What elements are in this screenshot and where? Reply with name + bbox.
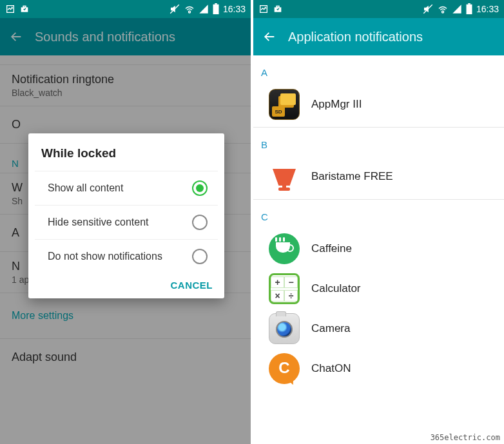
status-clock: 16:33 xyxy=(476,4,499,14)
radio-label: Show all content xyxy=(48,182,123,194)
mute-icon xyxy=(169,3,180,15)
baristame-icon xyxy=(269,161,300,192)
svg-rect-5 xyxy=(215,3,217,5)
caffeine-icon xyxy=(269,233,300,264)
dialog-title: While locked xyxy=(28,133,224,171)
svg-rect-10 xyxy=(466,5,472,14)
screenshot-icon xyxy=(5,4,15,14)
list-item[interactable] xyxy=(0,55,251,65)
list-item-more-settings[interactable]: More settings xyxy=(0,293,251,339)
app-row-caffeine[interactable]: Caffeine xyxy=(253,229,504,269)
app-row-baristame[interactable]: Baristame FREE xyxy=(253,157,504,197)
list-item-title: Notification ringtone xyxy=(12,73,239,86)
section-header-b: B xyxy=(253,128,504,157)
app-label: Calculator xyxy=(311,282,361,295)
radio-selected-icon xyxy=(192,180,208,196)
app-label: ChatON xyxy=(311,362,351,375)
svg-rect-2 xyxy=(23,6,26,7)
mute-icon xyxy=(422,3,434,15)
camera-icon xyxy=(269,313,300,344)
radio-option-show-all[interactable]: Show all content xyxy=(35,171,218,205)
header-title: Application notifications xyxy=(288,30,423,44)
battery-icon xyxy=(212,3,220,15)
screen-sounds-notifications: 16:33 Sounds and notifications Notificat… xyxy=(0,0,251,444)
status-bar: 16:33 xyxy=(0,0,251,18)
watermark: 365electric.com xyxy=(429,432,501,443)
radio-unselected-icon xyxy=(192,249,208,264)
wifi-icon xyxy=(437,3,449,15)
app-label: Caffeine xyxy=(311,242,352,255)
radio-option-hide-sensitive[interactable]: Hide sensitive content xyxy=(35,205,218,239)
while-locked-dialog: While locked Show all content Hide sensi… xyxy=(28,133,224,298)
app-label: Camera xyxy=(311,322,350,335)
dim-overlay xyxy=(0,18,251,55)
wifi-icon xyxy=(184,3,195,15)
list-item-ringtone[interactable]: Notification ringtone Black_watch xyxy=(0,65,251,106)
section-header-a: A xyxy=(253,55,504,84)
briefcase-icon xyxy=(273,4,283,14)
svg-rect-11 xyxy=(468,3,470,5)
section-header-c: C xyxy=(253,200,504,229)
calculator-icon: +−×÷ xyxy=(269,273,300,304)
header: Application notifications xyxy=(253,18,504,55)
list-item-subtitle: Black_watch xyxy=(12,88,239,98)
screenshot-icon xyxy=(258,4,269,14)
battery-icon xyxy=(465,3,473,15)
radio-unselected-icon xyxy=(192,215,208,230)
appmgr-icon: SD xyxy=(269,89,300,120)
svg-rect-4 xyxy=(213,5,218,14)
svg-rect-8 xyxy=(276,6,279,7)
application-list: A SD AppMgr III B Baristame FREE C Caffe… xyxy=(253,55,504,444)
briefcase-icon xyxy=(19,4,30,14)
signal-icon xyxy=(199,4,209,14)
app-label: AppMgr III xyxy=(311,98,362,111)
signal-icon xyxy=(452,4,462,14)
radio-label: Do not show notifications xyxy=(48,251,162,262)
screen-application-notifications: 16:33 Application notifications A SD App… xyxy=(253,0,504,444)
list-item-title: Adapt sound xyxy=(12,351,239,364)
app-row-camera[interactable]: Camera xyxy=(253,309,504,349)
list-item-title: O xyxy=(12,118,239,131)
radio-label: Hide sensitive content xyxy=(48,217,149,228)
list-item-adapt-sound[interactable]: Adapt sound xyxy=(0,339,251,376)
app-row-appmgr[interactable]: SD AppMgr III xyxy=(253,84,504,124)
app-row-calculator[interactable]: +−×÷ Calculator xyxy=(253,269,504,309)
app-label: Baristame FREE xyxy=(311,170,393,183)
chaton-icon: C xyxy=(269,353,300,384)
radio-option-do-not-show[interactable]: Do not show notifications xyxy=(35,239,218,273)
app-row-chaton[interactable]: C ChatON xyxy=(253,349,504,389)
status-clock: 16:33 xyxy=(223,4,246,14)
cancel-button[interactable]: CANCEL xyxy=(171,280,213,291)
list-item-title: More settings xyxy=(12,310,239,322)
back-arrow-icon[interactable] xyxy=(262,30,276,44)
status-bar: 16:33 xyxy=(253,0,504,18)
